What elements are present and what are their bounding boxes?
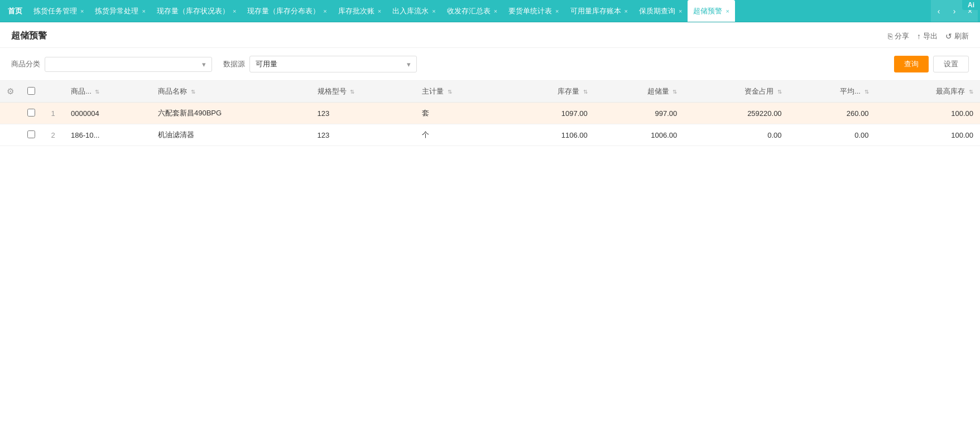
row-num-0: 1 [42,103,64,124]
refresh-button[interactable]: ↺ 刷新 [945,31,969,41]
table-row: 2 186-10... 机油滤清器 123 个 1106.00 1006.00 … [0,124,980,146]
row-product-name-0: 六配套新昌490BPG [151,103,311,124]
sort-capital-icon: ⇅ [777,89,782,95]
sort-spec-icon: ⇅ [350,89,354,95]
table-body: 1 0000004 六配套新昌490BPG 123 套 1097.00 997.… [0,103,980,146]
table-wrapper: ⚙ 商品... ⇅ 商品名称 ⇅ 规格型号 ⇅ [0,81,980,146]
select-all-checkbox[interactable] [27,87,35,95]
row-product-code-1: 186-10... [64,124,151,146]
page-title: 超储预警 [11,30,47,42]
close-pick-task[interactable]: × [80,8,84,14]
column-avg[interactable]: 平均... ⇅ [789,81,876,103]
filter-actions: 查询 设置 [894,56,969,72]
column-stock[interactable]: 库存量 ⇅ [505,81,594,103]
row-unit-1: 个 [415,124,505,146]
column-rownum [42,81,64,103]
data-source-chevron-icon: ▾ [407,60,411,69]
page-header: 超储预警 ⎘ 分享 ↑ 导出 ↺ 刷新 [0,22,980,48]
row-avg-1: 0.00 [789,124,876,146]
close-batch-account[interactable]: × [378,8,381,14]
table-header-row: ⚙ 商品... ⇅ 商品名称 ⇅ 规格型号 ⇅ [0,81,980,103]
row-overstock-0: 997.00 [594,103,684,124]
column-spec[interactable]: 规格型号 ⇅ [311,81,415,103]
product-category-select[interactable]: ▾ [45,57,212,72]
row-stock-0: 1097.00 [505,103,594,124]
product-category-filter: 商品分类 ▾ [11,57,212,72]
column-unit[interactable]: 主计量 ⇅ [415,81,505,103]
data-source-label: 数据源 [223,59,245,69]
row-checkbox-0[interactable] [27,109,35,117]
sort-stock-icon: ⇅ [583,89,588,95]
row-stock-1: 1106.00 [505,124,594,146]
row-product-name-1: 机油滤清器 [151,124,311,146]
nav-arrow-right[interactable]: › [947,0,962,22]
settings-button[interactable]: 设置 [933,56,969,72]
column-checkbox [21,81,42,103]
data-source-filter: 数据源 可用量 ▾ [223,56,417,72]
data-source-select[interactable]: 可用量 ▾ [249,56,417,72]
sort-unit-icon: ⇅ [448,89,452,95]
sort-product-name-icon: ⇅ [191,89,195,95]
data-source-value: 可用量 [256,59,277,69]
table-row: 1 0000004 六配套新昌490BPG 123 套 1097.00 997.… [0,103,980,124]
column-max-stock[interactable]: 最高库存 ⇅ [876,81,980,103]
column-capital-usage[interactable]: 资金占用 ⇅ [684,81,788,103]
nav-tab-pick-task[interactable]: 拣货任务管理 × [28,0,89,22]
nav-arrow-left[interactable]: ‹ [931,0,947,22]
nav-tab-pick-exception[interactable]: 拣货异常处理 × [89,0,151,22]
column-product-code[interactable]: 商品... ⇅ [64,81,151,103]
row-gear-1[interactable] [0,124,21,146]
column-overstock[interactable]: 超储量 ⇅ [594,81,684,103]
nav-tab-stock-dist[interactable]: 现存量（库存分布表） × [242,0,332,22]
ai-badge: Ai [962,0,980,10]
row-unit-0: 套 [415,103,505,124]
nav-tab-available-stock[interactable]: 可用量库存账本 × [565,0,633,22]
row-overstock-1: 1006.00 [594,124,684,146]
nav-tab-inout-flow[interactable]: 出入库流水 × [387,0,441,22]
nav-tab-expiry-query[interactable]: 保质期查询 × [633,0,688,22]
row-spec-0: 123 [311,103,415,124]
row-product-code-0: 0000004 [64,103,151,124]
sort-avg-icon: ⇅ [864,89,869,95]
row-checkbox-cell-1 [21,124,42,146]
row-capital-usage-1: 0.00 [684,124,788,146]
close-receive-summary[interactable]: × [494,8,497,14]
sort-overstock-icon: ⇅ [672,89,677,95]
filter-bar: 商品分类 ▾ 数据源 可用量 ▾ 查询 设置 [0,48,980,81]
export-button[interactable]: ↑ 导出 [917,31,938,41]
nav-tab-home[interactable]: 首页 [2,0,28,22]
row-num-1: 2 [42,124,64,146]
row-checkbox-cell-0 [21,103,42,124]
close-available-stock[interactable]: × [624,8,628,14]
close-pick-exception[interactable]: × [142,8,145,14]
sort-product-code-icon: ⇅ [95,89,99,95]
row-gear-0[interactable] [0,103,21,124]
row-checkbox-1[interactable] [27,130,35,138]
close-expiry-query[interactable]: × [679,8,682,14]
close-inout-flow[interactable]: × [432,8,435,14]
nav-tab-stock-status[interactable]: 现存量（库存状况表） × [151,0,242,22]
nav-tab-receive-summary[interactable]: 收发存汇总表 × [441,0,503,22]
refresh-icon: ↺ [945,32,952,41]
export-icon: ↑ [917,32,921,41]
close-overstock-warning[interactable]: × [726,8,729,14]
close-order-stats[interactable]: × [555,8,559,14]
nav-tab-order-stats[interactable]: 要货单统计表 × [503,0,564,22]
share-icon: ⎘ [888,32,892,41]
column-product-name[interactable]: 商品名称 ⇅ [151,81,311,103]
top-nav: 首页 拣货任务管理 × 拣货异常处理 × 现存量（库存状况表） × 现存量（库存… [0,0,980,22]
nav-tab-overstock-warning[interactable]: 超储预警 × [688,0,734,22]
row-max-stock-1: 100.00 [876,124,980,146]
query-button[interactable]: 查询 [894,56,929,72]
column-gear[interactable]: ⚙ [0,81,21,103]
close-stock-status[interactable]: × [233,8,236,14]
page-container: 超储预警 ⎘ 分享 ↑ 导出 ↺ 刷新 商品分类 ▾ 数据源 [0,22,980,446]
close-stock-dist[interactable]: × [323,8,326,14]
row-avg-0: 260.00 [789,103,876,124]
row-spec-1: 123 [311,124,415,146]
share-button[interactable]: ⎘ 分享 [888,31,909,41]
nav-tab-batch-account[interactable]: 库存批次账 × [333,0,387,22]
row-capital-usage-0: 259220.00 [684,103,788,124]
sort-max-stock-icon: ⇅ [969,89,973,95]
product-category-chevron-icon: ▾ [202,60,206,69]
